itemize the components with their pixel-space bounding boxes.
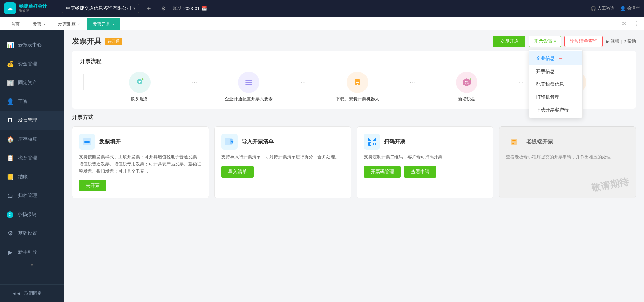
company-name: 重庆畅捷交通信息咨询有限公司 — [66, 5, 131, 11]
sidebar-item-gudingzichan[interactable]: 🏢 固定资产 — [0, 73, 64, 92]
guidang-icon: 🗂 — [7, 192, 14, 199]
fill-invoice-header: 发票填开 — [79, 134, 202, 150]
jichushezhi-icon: ⚙ — [7, 230, 14, 237]
sidebar-item-zijin[interactable]: 💰 资金管理 — [0, 54, 64, 73]
sidebar-label-zijin: 资金管理 — [18, 61, 37, 67]
dropdown-invoice-info[interactable]: 开票信息 — [529, 65, 582, 78]
settings-gear-icon[interactable]: ⚙ — [159, 4, 169, 13]
abnormal-list-button[interactable]: 异常清单查询 — [564, 36, 603, 47]
flow-step-buy: ♥ + 购买服务 — [91, 72, 189, 102]
boss-invoice-overlay: 敬请期待 — [591, 176, 630, 195]
sidebar-item-fapiao[interactable]: 🗒 发票管理 — [0, 111, 64, 130]
svg-rect-36 — [512, 143, 514, 144]
sidebar-item-guidang[interactable]: 🗂 归档管理 — [0, 186, 64, 205]
tab-fapiao-close[interactable]: × — [43, 22, 45, 26]
separator-line: | — [621, 39, 622, 44]
scan-invoice-desc: 支持定制开票二维码，客户端可扫码开票 — [364, 154, 487, 161]
service-button[interactable]: 🎧 人工咨询 — [591, 5, 615, 11]
method-boss-invoice: 老板端开票 查看老板端小程序提交的开票申请，并作出相应的处理 敬请期待 — [499, 126, 636, 198]
xiaochang-icon: C — [7, 211, 13, 218]
svg-rect-32 — [375, 144, 376, 145]
user-menu[interactable]: 👤 徐泽华 — [620, 5, 640, 11]
flow-arrow-4: ··· — [518, 78, 524, 86]
sidebar-item-shuiwu[interactable]: 📋 税务管理 — [0, 149, 64, 167]
settings-dropdown-arrow-icon: ▾ — [554, 39, 556, 44]
tab-fapiao-label: 发票 — [33, 21, 41, 27]
calendar-icon[interactable]: 📅 — [202, 6, 207, 11]
svg-rect-8 — [356, 82, 359, 83]
boss-invoice-title: 老板端开票 — [526, 138, 553, 145]
add-button[interactable]: ＋ — [143, 3, 155, 14]
dropdown-download-client[interactable]: 下载开票客户端 — [529, 104, 582, 116]
boss-invoice-icon — [506, 134, 522, 150]
sidebar-item-xiaochang[interactable]: C 小畅报销 — [0, 205, 64, 224]
svg-rect-35 — [512, 142, 516, 142]
activate-button[interactable]: 立即开通 — [493, 36, 525, 47]
sidebar-label-jichushezhi: 基础设置 — [18, 230, 37, 236]
tab-fapiao-calc-close[interactable]: × — [78, 22, 80, 26]
tab-home-label: 首页 — [11, 21, 20, 27]
sidebar: 📊 云报表中心 💰 资金管理 🏢 固定资产 👤 工资 🗒 发票管理 🏠 库存核算… — [0, 30, 64, 302]
shuiwu-icon: 📋 — [7, 154, 14, 162]
tab-home[interactable]: 首页 — [5, 18, 26, 30]
settings-button[interactable]: 开票设置 ▾ — [529, 36, 561, 47]
svg-rect-26 — [369, 139, 370, 140]
import-invoice-btn[interactable]: 导入清单 — [221, 166, 254, 178]
svg-rect-27 — [374, 139, 375, 140]
svg-rect-29 — [373, 143, 374, 144]
tab-fapiao-open[interactable]: 发票开具 × — [87, 18, 120, 30]
boss-invoice-header: 老板端开票 — [506, 134, 629, 150]
sidebar-item-yunbao[interactable]: 📊 云报表中心 — [0, 36, 64, 54]
flow-step-buy-icon: ♥ + — [129, 72, 151, 93]
dropdown-tax-disk[interactable]: 配置税盘信息 — [529, 78, 582, 91]
methods-section: 开票方式 发票填开 — [72, 114, 636, 198]
sidebar-item-jichushezhi[interactable]: ⚙ 基础设置 — [0, 224, 64, 243]
scan-invoice-btns: 开票码管理 查看申请 — [364, 166, 487, 178]
sidebar-item-gongzi[interactable]: 👤 工资 — [0, 92, 64, 111]
page-actions: 立即开通 开票设置 ▾ 企业信息 → 开票信息 — [493, 36, 636, 47]
maximize-window-icon[interactable]: ⛶ — [630, 19, 639, 29]
question-icon: ? — [624, 39, 626, 44]
tab-fapiao-open-close[interactable]: × — [112, 22, 114, 26]
flow-arrow-1: ··· — [191, 78, 197, 86]
scan-invoice-icon — [364, 134, 380, 150]
scan-invoice-btn1[interactable]: 开票码管理 — [364, 166, 401, 178]
yunbao-icon: 📊 — [7, 41, 14, 49]
tab-fapiao-calc[interactable]: 发票测算 × — [52, 18, 85, 30]
flow-step-buy-label: 购买服务 — [131, 96, 148, 102]
gongzi-icon: 👤 — [7, 98, 14, 105]
methods-grid: 发票填开 支持按照发票样式手工填开发票；可开具增值税电子普通发票、增值税普通发票… — [72, 126, 636, 198]
period-label: 账期 — [173, 5, 181, 11]
sidebar-label-gongzi: 工资 — [18, 99, 28, 105]
sidebar-label-fapiao: 发票管理 — [18, 117, 37, 123]
user-avatar-icon: 👤 — [620, 6, 626, 11]
sidebar-scroll-down[interactable]: ▼ — [0, 262, 64, 268]
sidebar-cancel-pin[interactable]: ◄◄ 取消固定 — [5, 287, 58, 299]
svg-text:+: + — [142, 77, 144, 81]
page-title: 发票开具 — [72, 36, 101, 46]
sidebar-label-kucun: 库存核算 — [18, 136, 37, 142]
svg-text:税: 税 — [464, 81, 469, 85]
app-logo-icon: ☁ — [4, 2, 16, 14]
flow-step-download: 下载并安装开票机器人 — [309, 72, 407, 102]
sidebar-label-yunbao: 云报表中心 — [18, 42, 42, 48]
period-display: 账期 2023-01 📅 — [173, 5, 207, 11]
sidebar-item-kucun[interactable]: 🏠 库存核算 — [0, 130, 64, 149]
scan-invoice-header: 扫码开票 — [364, 134, 487, 150]
dropdown-company-info[interactable]: 企业信息 → — [529, 51, 582, 65]
tab-fapiao[interactable]: 发票 × — [27, 18, 51, 30]
xinshou-icon: ▶ — [7, 249, 14, 256]
close-window-icon[interactable]: ✕ — [620, 18, 628, 29]
settings-button-wrapper: 开票设置 ▾ 企业信息 → 开票信息 配置税盘信息 — [529, 36, 561, 47]
page-header: 发票开具 待开通 立即开通 开票设置 ▾ 企业信息 → — [64, 30, 644, 51]
sidebar-item-jiezhang[interactable]: 📒 结账 — [0, 167, 64, 186]
company-selector[interactable]: 重庆畅捷交通信息咨询有限公司 ▾ — [62, 4, 139, 13]
svg-rect-7 — [356, 81, 359, 81]
video-button[interactable]: ▶ 视频 | ? 帮助 — [606, 38, 636, 44]
svg-rect-34 — [512, 140, 516, 141]
sidebar-item-xinshou[interactable]: ▶ 新手引导 — [0, 243, 64, 262]
dropdown-printer[interactable]: 打印机管理 — [529, 91, 582, 104]
settings-dropdown: 企业信息 → 开票信息 配置税盘信息 打印机管理 下 — [529, 50, 583, 118]
fill-invoice-btn[interactable]: 去开票 — [79, 180, 106, 191]
scan-invoice-btn2[interactable]: 查看申请 — [404, 166, 436, 178]
